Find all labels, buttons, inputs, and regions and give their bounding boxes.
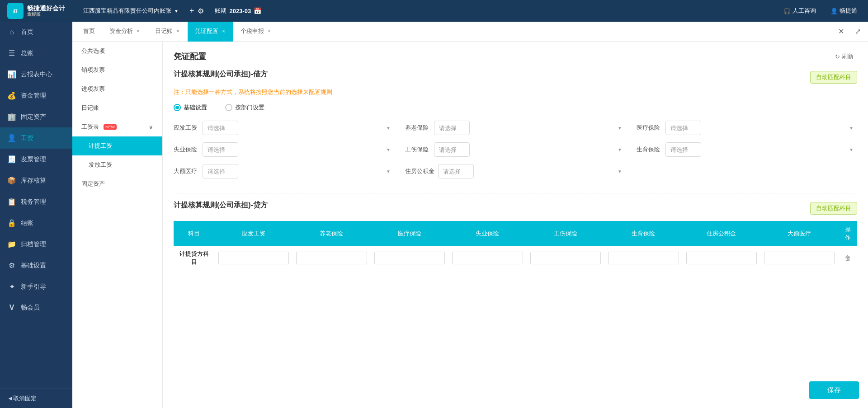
- tab-fund-analysis-label: 资金分析: [109, 27, 133, 35]
- tab-close-all-icon[interactable]: ✕: [835, 25, 848, 38]
- credit-auto-match-btn[interactable]: 自动匹配科目: [810, 202, 857, 215]
- arrow-shiye: ▼: [386, 147, 391, 152]
- tab-fund-analysis[interactable]: 资金分析 ×: [102, 22, 148, 42]
- sidebar-item-salary[interactable]: 👤 工资: [0, 127, 72, 149]
- sidebar-label-member: 畅会员: [21, 304, 40, 312]
- sub-menu-fixed-assets[interactable]: 固定资产: [72, 174, 162, 193]
- sub-menu-accrual-salary[interactable]: 计提工资: [72, 136, 162, 155]
- period-selector[interactable]: 账期 2023-03 📅: [215, 7, 261, 15]
- sidebar-item-close[interactable]: 🔒 结账: [0, 212, 72, 234]
- sidebar-item-asset[interactable]: 🏢 固定资产: [0, 106, 72, 127]
- sub-menu-pay-salary-label: 发放工资: [89, 161, 112, 169]
- input-zhufang[interactable]: [686, 252, 757, 264]
- sidebar-item-invoice[interactable]: 🧾 发票管理: [0, 149, 72, 170]
- field-empty: [637, 164, 857, 178]
- select-shiye[interactable]: 请选择: [203, 142, 238, 157]
- td-yiliao-input: [371, 246, 448, 270]
- member-icon: V: [7, 304, 16, 312]
- label-shengyu: 生育保险: [637, 145, 662, 154]
- input-yiliao[interactable]: [374, 252, 445, 264]
- select-yiliao[interactable]: 请选择: [665, 121, 701, 135]
- select-yanglao[interactable]: 请选择: [434, 121, 470, 135]
- top-bar-right: 🎧 人工咨询 👤 畅捷通: [780, 5, 861, 17]
- tab-voucher-config-close[interactable]: ×: [221, 27, 226, 35]
- th-zhufang: 住房公积金: [683, 221, 760, 246]
- tab-fund-analysis-close[interactable]: ×: [136, 27, 141, 35]
- credit-section-title: 计提核算规则(公司承担)-贷方: [174, 201, 268, 210]
- refresh-label: 刷新: [842, 52, 854, 61]
- label-daeyiliao: 大额医疗: [174, 167, 199, 175]
- sub-menu-pay-salary[interactable]: 发放工资: [72, 155, 162, 174]
- refresh-btn[interactable]: ↻ 刷新: [831, 51, 857, 62]
- tab-journal[interactable]: 日记账 ×: [148, 22, 188, 42]
- top-bar: 好 畅捷通好会计 旗舰版 江西服宝精品有限责任公司内账张 ▼ + ⚙ 账期 20…: [0, 0, 868, 22]
- select-shengyu[interactable]: 请选择: [665, 142, 701, 157]
- sub-menu-public[interactable]: 公共选项: [72, 42, 162, 61]
- save-button[interactable]: 保存: [809, 381, 859, 399]
- input-yingfa[interactable]: [218, 252, 289, 264]
- settings-icon[interactable]: ⚙: [198, 7, 204, 15]
- tab-end-btns: ✕ ⤢: [835, 25, 864, 38]
- sub-menu-journal[interactable]: 日记账: [72, 98, 162, 117]
- tab-journal-close[interactable]: ×: [175, 27, 180, 35]
- calendar-icon[interactable]: 📅: [254, 7, 261, 14]
- tab-home[interactable]: 首页: [76, 22, 102, 42]
- sidebar-label-archive: 归档管理: [21, 240, 46, 249]
- sidebar-label-salary: 工资: [21, 134, 33, 142]
- sidebar-label-invoice: 发票管理: [21, 155, 46, 164]
- sidebar-item-stock[interactable]: 📦 库存核算: [0, 170, 72, 191]
- add-icon[interactable]: +: [189, 6, 194, 16]
- sidebar-item-ledger[interactable]: ☰ 总账: [0, 42, 72, 64]
- cancel-fixed-btn[interactable]: ◄取消固定: [0, 389, 72, 408]
- radio-basic[interactable]: 基础设置: [174, 103, 207, 112]
- user-btn[interactable]: 👤 畅捷通: [827, 5, 861, 17]
- report-icon: 📊: [7, 70, 16, 79]
- sidebar-item-member[interactable]: V 畅会员: [0, 297, 72, 318]
- input-shiye[interactable]: [452, 252, 523, 264]
- logo-area: 好 畅捷通好会计 旗舰版: [7, 3, 80, 19]
- input-gongshang[interactable]: [530, 252, 601, 264]
- input-daeyiliao[interactable]: [764, 252, 835, 264]
- th-yanglao: 养老保险: [292, 221, 370, 246]
- delete-row-icon[interactable]: 🗑: [844, 254, 851, 262]
- tab-expand-icon[interactable]: ⤢: [851, 25, 864, 38]
- input-shengyu[interactable]: [608, 252, 679, 264]
- sub-menu-salary-table[interactable]: 工资表 NEW ∨: [72, 117, 162, 136]
- sub-menu-salary-table-label: 工资表: [81, 123, 99, 131]
- sidebar-item-report[interactable]: 📊 云报表中心: [0, 64, 72, 85]
- debit-section-title: 计提核算规则(公司承担)-借方: [174, 70, 268, 79]
- guide-icon: ✦: [7, 282, 16, 291]
- tab-voucher-config[interactable]: 凭证配置 ×: [188, 22, 233, 42]
- tab-tax-report-close[interactable]: ×: [267, 27, 272, 35]
- debit-auto-match-btn[interactable]: 自动匹配科目: [810, 71, 857, 84]
- sidebar-label-stock: 库存核算: [21, 177, 46, 185]
- arrow-gongshang: ▼: [618, 147, 622, 152]
- sub-menu-purchase-invoice[interactable]: 进项发票: [72, 80, 162, 98]
- sidebar-item-archive[interactable]: 📁 归档管理: [0, 234, 72, 255]
- select-wrapper-gongshang: 请选择 ▼: [434, 142, 626, 157]
- sub-menu-sales-invoice[interactable]: 销项发票: [72, 61, 162, 80]
- sidebar-item-settings[interactable]: ⚙ 基础设置: [0, 255, 72, 276]
- credit-section: 计提核算规则(公司承担)-贷方 自动匹配科目 科目 应发工资 养老保险 医疗保险…: [174, 201, 857, 270]
- ai-consult-btn[interactable]: 🎧 人工咨询: [780, 5, 820, 17]
- sidebar-item-guide[interactable]: ✦ 新手引导: [0, 276, 72, 297]
- arrow-daeyiliao: ▼: [386, 169, 391, 174]
- page-title: 凭证配置: [174, 51, 206, 62]
- input-yanglao[interactable]: [296, 252, 367, 264]
- company-selector[interactable]: 江西服宝精品有限责任公司内账张 ▼: [80, 5, 182, 17]
- sub-menu-fixed-assets-label: 固定资产: [81, 180, 105, 188]
- arrow-yingfa: ▼: [386, 126, 391, 131]
- sidebar-item-home[interactable]: ⌂ 首页: [0, 22, 72, 42]
- sidebar-label-fund: 资金管理: [21, 92, 46, 100]
- select-gongshang[interactable]: 请选择: [434, 142, 470, 157]
- sidebar-item-tax[interactable]: 📋 税务管理: [0, 191, 72, 212]
- user-name: 畅捷通: [840, 7, 857, 15]
- label-zhufang: 住房公积金: [405, 167, 434, 175]
- tab-tax-report[interactable]: 个税申报 ×: [233, 22, 279, 42]
- select-zhufang[interactable]: 请选择: [438, 164, 474, 178]
- radio-dept[interactable]: 按部门设置: [225, 103, 264, 112]
- sidebar-item-fund[interactable]: 💰 资金管理: [0, 85, 72, 106]
- select-daeyiliao[interactable]: 请选择: [203, 164, 238, 178]
- td-yanglao-input: [292, 246, 370, 270]
- select-yingfa-salary[interactable]: 请选择: [203, 121, 238, 135]
